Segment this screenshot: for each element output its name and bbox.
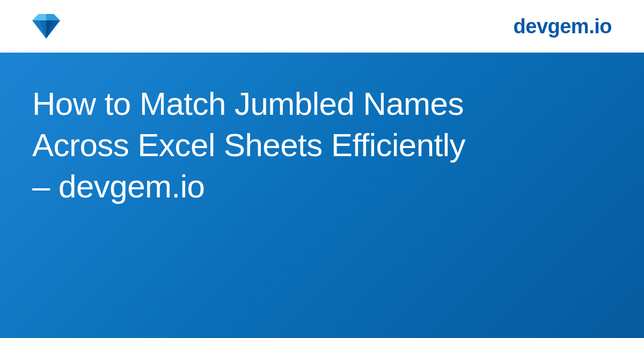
page-title: How to Match Jumbled Names Across Excel … [32,84,472,207]
hero-section: How to Match Jumbled Names Across Excel … [0,53,644,338]
gem-icon [32,14,60,39]
svg-marker-0 [32,14,46,20]
brand-name: devgem.io [514,15,612,38]
header-bar: devgem.io [0,0,644,53]
svg-marker-1 [46,14,60,20]
